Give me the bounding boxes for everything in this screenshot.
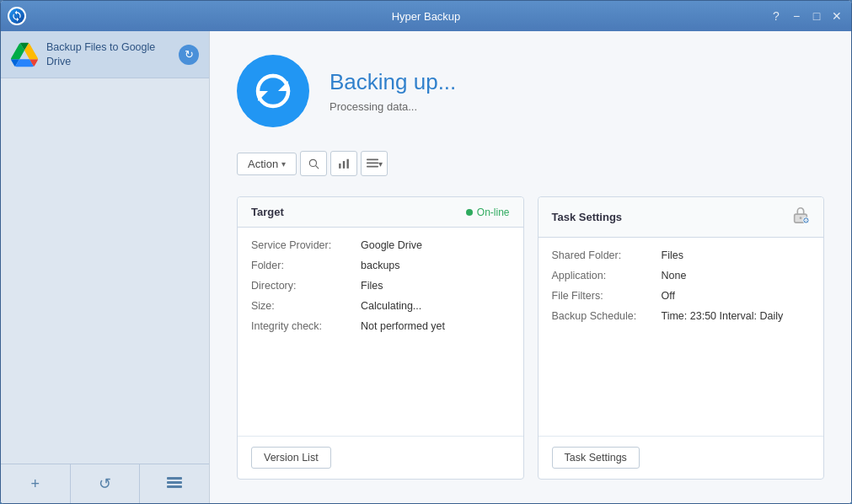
status-section: Backing up... Processing data... xyxy=(237,55,824,127)
target-panel: Target On-line Service Provider: Google … xyxy=(237,196,524,480)
titlebar-left xyxy=(8,7,26,25)
chart-icon xyxy=(338,158,350,169)
sidebar: Backup Files to Google Drive ↻ + ↺ xyxy=(1,31,210,503)
online-dot xyxy=(466,209,473,216)
titlebar: Hyper Backup ? − □ ✕ xyxy=(1,1,851,31)
titlebar-controls: ? − □ ✕ xyxy=(769,8,844,24)
service-provider-label: Service Provider: xyxy=(251,239,361,251)
task-panel-body: Shared Folder: Files Application: None F… xyxy=(539,238,824,436)
target-panel-footer: Version List xyxy=(238,436,523,479)
status-text-block: Backing up... Processing data... xyxy=(330,69,456,113)
action-button[interactable]: Action ▾ xyxy=(237,153,297,175)
search-button[interactable] xyxy=(300,151,327,176)
file-filters-value: Off xyxy=(662,290,675,302)
chevron-down-icon: ▾ xyxy=(281,159,286,169)
svg-rect-0 xyxy=(167,477,182,480)
target-panel-header: Target On-line xyxy=(238,197,523,228)
svg-rect-7 xyxy=(339,164,340,169)
target-panel-title: Target xyxy=(251,206,284,218)
close-button[interactable]: ✕ xyxy=(829,8,844,24)
backup-icon-circle xyxy=(237,55,309,127)
table-row: Directory: Files xyxy=(251,280,510,292)
svg-rect-1 xyxy=(167,481,182,484)
svg-rect-9 xyxy=(347,159,349,169)
app-icon-inner xyxy=(9,8,24,24)
sidebar-item-backup[interactable]: Backup Files to Google Drive ↻ xyxy=(1,31,209,78)
directory-label: Directory: xyxy=(251,280,361,292)
table-row: File Filters: Off xyxy=(552,290,811,302)
sidebar-footer: + ↺ xyxy=(1,464,209,503)
minimize-button[interactable]: − xyxy=(789,8,804,24)
service-provider-value: Google Drive xyxy=(361,239,422,251)
table-row: Integrity check: Not performed yet xyxy=(251,320,510,332)
folder-value: backups xyxy=(361,260,400,271)
svg-rect-11 xyxy=(367,163,378,164)
size-label: Size: xyxy=(251,300,361,312)
chart-button[interactable] xyxy=(330,151,357,176)
window-title: Hyper Backup xyxy=(392,10,461,23)
help-button[interactable]: ? xyxy=(769,8,784,24)
svg-point-14 xyxy=(800,217,802,219)
integrity-label: Integrity check: xyxy=(251,320,361,332)
action-label: Action xyxy=(248,158,278,170)
app-window: Hyper Backup ? − □ ✕ Backup Files to G xyxy=(0,0,852,504)
search-icon xyxy=(308,158,319,169)
menu-icon xyxy=(367,158,378,169)
google-drive-icon xyxy=(11,41,38,68)
svg-line-6 xyxy=(316,166,319,169)
application-label: Application: xyxy=(552,270,662,281)
target-panel-body: Service Provider: Google Drive Folder: b… xyxy=(238,228,523,436)
restore-button[interactable]: ↺ xyxy=(71,464,141,503)
svg-rect-8 xyxy=(343,161,345,169)
shared-folder-value: Files xyxy=(662,249,683,261)
application-value: None xyxy=(662,270,687,281)
svg-point-15 xyxy=(803,217,809,223)
sidebar-item-label: Backup Files to Google Drive xyxy=(46,40,170,68)
table-row: Application: None xyxy=(552,270,811,281)
table-row: Backup Schedule: Time: 23:50 Interval: D… xyxy=(552,310,811,322)
task-settings-panel: Task Settings xyxy=(538,196,825,480)
log-icon xyxy=(166,476,183,491)
folder-label: Folder: xyxy=(251,260,361,271)
processing-text: Processing data... xyxy=(330,100,456,113)
backup-schedule-label: Backup Schedule: xyxy=(552,310,662,322)
backing-up-title: Backing up... xyxy=(330,69,456,95)
table-row: Shared Folder: Files xyxy=(552,249,811,261)
task-panel-title: Task Settings xyxy=(552,211,623,223)
online-badge: On-line xyxy=(466,206,510,218)
settings-lock-icon[interactable] xyxy=(791,206,810,228)
app-icon xyxy=(8,7,26,25)
integrity-value: Not performed yet xyxy=(361,320,445,332)
directory-value: Files xyxy=(361,280,383,292)
svg-marker-3 xyxy=(278,81,288,91)
content-area: Backup Files to Google Drive ↻ + ↺ xyxy=(1,31,851,503)
file-filters-label: File Filters: xyxy=(552,290,662,302)
svg-rect-2 xyxy=(167,485,182,488)
main-content: Backing up... Processing data... Action … xyxy=(210,31,851,503)
add-backup-button[interactable]: + xyxy=(1,464,71,503)
task-panel-footer: Task Settings xyxy=(539,436,824,479)
info-panels: Target On-line Service Provider: Google … xyxy=(237,196,824,480)
table-row: Folder: backups xyxy=(251,260,510,271)
task-panel-header: Task Settings xyxy=(539,197,824,238)
task-settings-button[interactable]: Task Settings xyxy=(552,447,640,469)
menu-button[interactable]: ▾ xyxy=(361,151,388,176)
online-label: On-line xyxy=(477,206,510,218)
maximize-button[interactable]: □ xyxy=(809,8,824,24)
sync-icon xyxy=(251,69,295,113)
sidebar-refresh-button[interactable]: ↻ xyxy=(179,45,199,65)
svg-marker-4 xyxy=(258,91,268,101)
log-button[interactable] xyxy=(140,464,209,503)
backup-schedule-value: Time: 23:50 Interval: Daily xyxy=(662,310,784,322)
size-value: Calculating... xyxy=(361,300,421,312)
table-row: Service Provider: Google Drive xyxy=(251,239,510,251)
toolbar: Action ▾ xyxy=(237,151,824,176)
version-list-button[interactable]: Version List xyxy=(251,447,331,469)
shared-folder-label: Shared Folder: xyxy=(552,249,662,261)
svg-rect-10 xyxy=(367,158,378,160)
svg-rect-12 xyxy=(367,166,378,168)
menu-chevron-icon: ▾ xyxy=(378,159,383,169)
table-row: Size: Calculating... xyxy=(251,300,510,312)
